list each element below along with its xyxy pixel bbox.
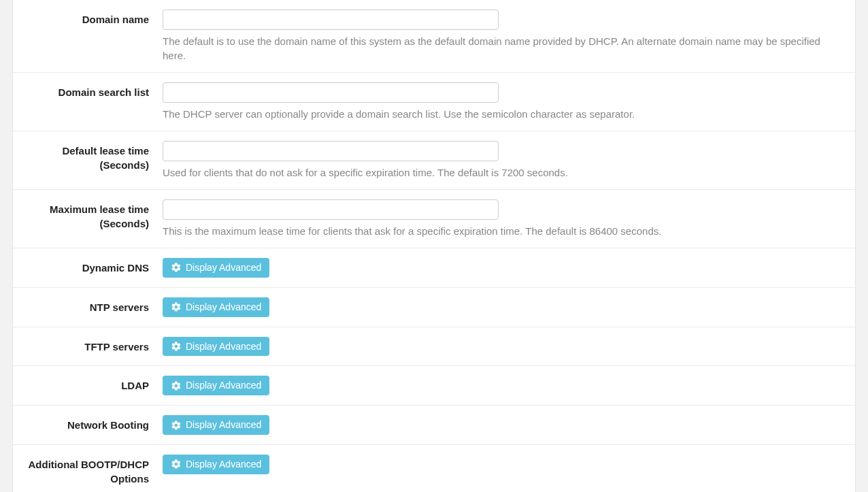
help-domain-search-list: The DHCP server can optionally provide a… (163, 107, 844, 121)
gear-icon (171, 420, 182, 431)
label-ldap: LDAP (13, 376, 163, 395)
input-default-lease[interactable] (163, 141, 499, 161)
label-domain-name: Domain name (13, 10, 163, 63)
label-netboot: Network Booting (13, 415, 163, 435)
input-domain-search-list[interactable] (163, 82, 499, 103)
button-netboot-advanced[interactable]: Display Advanced (163, 415, 269, 435)
input-max-lease[interactable] (163, 199, 499, 220)
row-max-lease: Maximum lease time (Seconds) This is the… (13, 190, 855, 248)
input-domain-name[interactable] (163, 10, 499, 30)
label-dynamic-dns: Dynamic DNS (13, 258, 163, 278)
row-ntp: NTP servers Display Advanced (13, 288, 855, 327)
row-tftp: TFTP servers Display Advanced (13, 327, 855, 367)
dhcp-settings-panel: Domain name The default is to use the do… (12, 0, 856, 492)
gear-icon (171, 262, 182, 273)
gear-icon (171, 380, 182, 391)
gear-icon (171, 341, 182, 352)
button-dynamic-dns-advanced[interactable]: Display Advanced (163, 258, 269, 278)
row-dynamic-dns: Dynamic DNS Display Advanced (13, 248, 855, 288)
label-ntp: NTP servers (13, 297, 163, 317)
row-default-lease: Default lease time (Seconds) Used for cl… (13, 131, 855, 190)
row-bootp: Additional BOOTP/DHCP Options Display Ad… (13, 445, 855, 492)
button-tftp-advanced[interactable]: Display Advanced (163, 337, 269, 357)
help-domain-name: The default is to use the domain name of… (163, 34, 844, 63)
gear-icon (171, 459, 182, 470)
button-tftp-label: Display Advanced (186, 341, 261, 352)
label-tftp: TFTP servers (13, 337, 163, 357)
row-netboot: Network Booting Display Advanced (13, 406, 855, 445)
row-domain-search-list: Domain search list The DHCP server can o… (13, 73, 855, 131)
button-bootp-label: Display Advanced (186, 459, 261, 470)
button-dynamic-dns-label: Display Advanced (186, 262, 261, 274)
row-ldap: LDAP Display Advanced (13, 366, 855, 406)
help-max-lease: This is the maximum lease time for clien… (163, 224, 844, 238)
button-ldap-label: Display Advanced (186, 380, 261, 391)
help-default-lease: Used for clients that do not ask for a s… (163, 165, 844, 180)
button-netboot-label: Display Advanced (186, 419, 261, 431)
label-domain-search-list: Domain search list (13, 82, 163, 121)
label-bootp: Additional BOOTP/DHCP Options (13, 455, 163, 486)
label-default-lease: Default lease time (Seconds) (13, 141, 163, 180)
button-ldap-advanced[interactable]: Display Advanced (163, 376, 269, 395)
label-max-lease: Maximum lease time (Seconds) (13, 199, 163, 238)
button-ntp-label: Display Advanced (186, 301, 261, 313)
row-domain-name: Domain name The default is to use the do… (13, 0, 855, 73)
gear-icon (171, 301, 182, 312)
button-ntp-advanced[interactable]: Display Advanced (163, 297, 269, 317)
button-bootp-advanced[interactable]: Display Advanced (163, 455, 269, 474)
